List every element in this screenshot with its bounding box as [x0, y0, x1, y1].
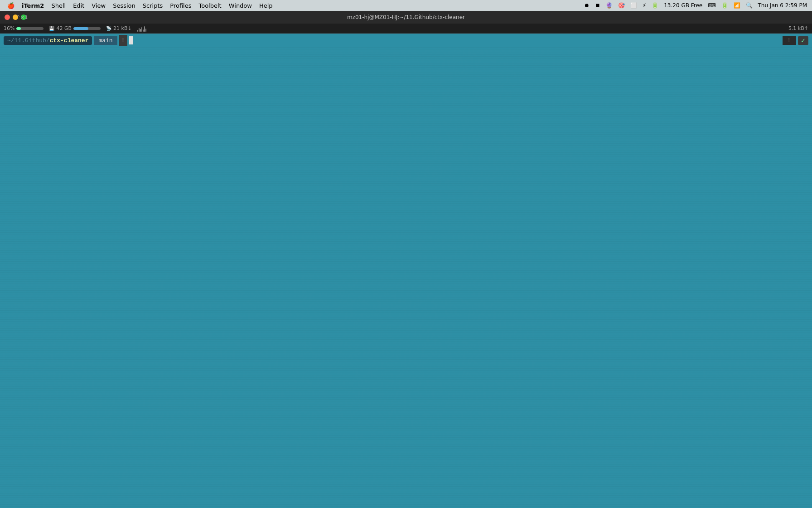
- search-icon[interactable]: 🔍: [744, 2, 754, 9]
- record-icon: ⏺: [583, 2, 591, 9]
- status-right: 5.1 kB↑: [788, 25, 808, 31]
- apple-menu[interactable]: 🍎: [4, 0, 18, 11]
- path-repo: ctx-cleaner: [50, 37, 89, 44]
- disk-icon: 💾: [49, 26, 54, 31]
- disk-bar: [73, 27, 101, 30]
- window-title: mz01-hj@MZ01-HJ:~/11.Github/ctx-cleaner: [347, 14, 465, 20]
- branch-name: main: [98, 37, 112, 44]
- prompt-path: ~/11.Github/ctx-cleaner: [4, 36, 92, 45]
- clock: Thu Jan 6 2:59 PM: [757, 2, 808, 9]
- menu-window[interactable]: Window: [225, 0, 256, 11]
- right-icon-1: ⠿: [783, 36, 796, 45]
- menu-help[interactable]: Help: [256, 0, 276, 11]
- net-down: 21 kB↓: [113, 25, 132, 31]
- terminal-content[interactable]: [0, 47, 812, 508]
- disk-value: 42 GB: [56, 25, 72, 31]
- net-icon: 📡: [106, 26, 111, 31]
- terminal-cursor: [129, 36, 133, 44]
- close-button[interactable]: [5, 15, 10, 20]
- iterm-icon: 🔮: [604, 2, 614, 9]
- disk-segment: 💾 42 GB: [49, 25, 101, 31]
- window-icon: ⬜: [629, 2, 638, 9]
- capture-icon: ⏹: [594, 2, 602, 9]
- grid-icon: ⠿: [788, 38, 791, 43]
- cpu-segment: 16%: [4, 25, 44, 31]
- battery-icon: 🔋: [650, 2, 660, 9]
- mini-chart: [137, 25, 146, 32]
- focus-icon: 🎯: [617, 2, 626, 9]
- status-bar: 16% 💾 42 GB 📡 21 kB↓ 5.1 kB↑: [0, 24, 812, 34]
- menu-shell[interactable]: Shell: [48, 0, 69, 11]
- menu-profiles[interactable]: Profiles: [166, 0, 195, 11]
- menu-bar: 🍎 iTerm2 Shell Edit View Session Scripts…: [0, 0, 812, 11]
- checkmark-button[interactable]: ✓: [798, 36, 808, 45]
- prompt-branch: main: [94, 36, 117, 45]
- prompt-bar[interactable]: ~/11.Github/ctx-cleaner main ⠿ ⠿ ✓: [0, 34, 812, 47]
- lightning-icon: ⚡: [641, 2, 648, 9]
- menu-edit[interactable]: Edit: [69, 0, 88, 11]
- menu-view[interactable]: View: [88, 0, 109, 11]
- path-prefix: ~/11.Github/: [7, 37, 50, 44]
- git-grid-icon: ⠿: [121, 38, 125, 43]
- keyboard-icon: ⌨: [706, 2, 717, 9]
- menu-toolbelt[interactable]: Toolbelt: [195, 0, 225, 11]
- title-bar: ⌃✕1 mz01-hj@MZ01-HJ:~/11.Github/ctx-clea…: [0, 11, 812, 24]
- wifi-icon: 📶: [732, 2, 742, 9]
- net-down-segment: 📡 21 kB↓: [106, 25, 132, 31]
- prompt-git-icon: ⠿: [119, 35, 127, 46]
- tab-label: ⌃✕1: [16, 15, 28, 20]
- prompt-right: ⠿ ✓: [783, 36, 808, 45]
- cpu-bar: [16, 27, 44, 30]
- cpu-percent: 16%: [4, 25, 14, 31]
- menu-right-items: ⏺ ⏹ 🔮 🎯 ⬜ ⚡ 🔋 13.20 GB Free ⌨ 🔋 📶 🔍 Thu …: [583, 2, 808, 9]
- net-up: 5.1 kB↑: [788, 25, 808, 31]
- menu-session[interactable]: Session: [109, 0, 139, 11]
- disk-free: 13.20 GB Free: [662, 2, 704, 9]
- menu-scripts[interactable]: Scripts: [139, 0, 166, 11]
- battery-pct: 🔋: [720, 2, 730, 9]
- menu-app-name[interactable]: iTerm2: [18, 0, 48, 11]
